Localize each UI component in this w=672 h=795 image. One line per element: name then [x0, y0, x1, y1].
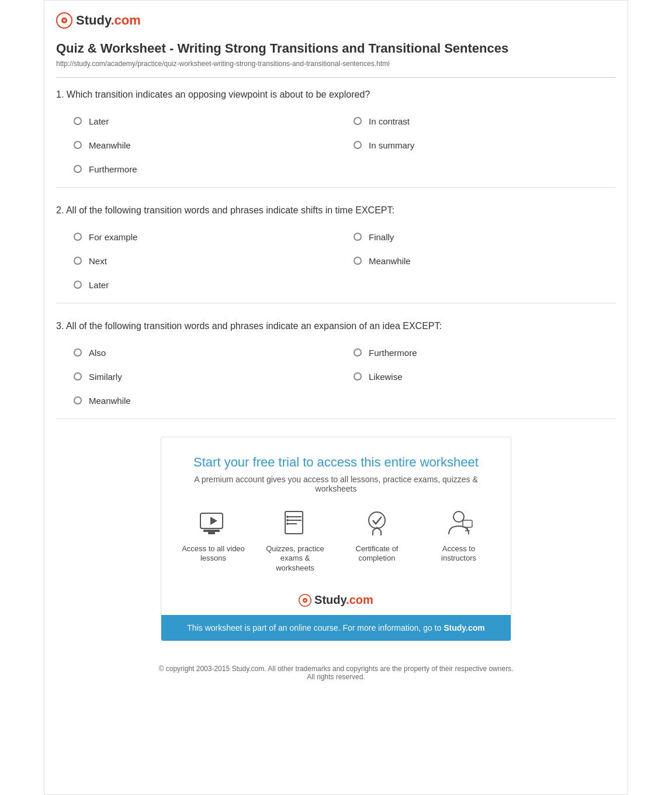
- video-lessons-icon: [196, 507, 231, 540]
- promo-cta: This worksheet is part of an online cour…: [161, 615, 511, 641]
- question-3-options: AlsoFurthermoreSimilarlyLikewiseMeanwhil…: [56, 341, 616, 413]
- svg-point-19: [453, 511, 464, 522]
- question-2-option-4[interactable]: Meanwhile: [336, 249, 616, 273]
- svg-marker-6: [210, 517, 217, 525]
- feature-instructors: Access to instructors: [427, 507, 491, 574]
- question-1-option-4[interactable]: In summary: [336, 133, 616, 157]
- footer: © copyright 2003-2015 Study.com. All oth…: [56, 659, 616, 687]
- feature-certificate: Certificate of completion: [345, 507, 409, 574]
- option-label-2-1: For example: [89, 232, 137, 242]
- svg-rect-5: [208, 532, 215, 534]
- promo-box: Start your free trial to access this ent…: [161, 437, 511, 642]
- radio-2-2: [354, 233, 362, 241]
- page-title: Quiz & Worksheet - Writing Strong Transi…: [56, 40, 616, 57]
- question-3: 3. All of the following transition words…: [56, 321, 616, 419]
- question-2-option-2[interactable]: Finally: [336, 225, 616, 249]
- question-3-option-4[interactable]: Likewise: [336, 365, 616, 389]
- question-2-option-1[interactable]: For example: [56, 225, 336, 249]
- svg-point-25: [304, 599, 306, 601]
- promo-cta-link: Study.com: [444, 623, 485, 632]
- logo-area: Study.com: [56, 12, 616, 29]
- question-1-option-1[interactable]: Later: [56, 109, 336, 133]
- instructors-label: Access to instructors: [427, 544, 491, 564]
- option-label-3-5: Meanwhile: [89, 396, 131, 406]
- option-label-1-2: In contrast: [369, 116, 410, 126]
- radio-3-2: [354, 348, 362, 357]
- option-label-3-2: Furthermore: [369, 348, 417, 358]
- title-divider: [56, 77, 616, 78]
- question-3-option-3[interactable]: Similarly: [56, 365, 336, 389]
- question-1-option-2[interactable]: In contrast: [336, 109, 616, 133]
- radio-3-5: [74, 396, 82, 405]
- promo-title: Start your free trial to access this ent…: [173, 455, 499, 470]
- instructors-icon: [441, 507, 476, 540]
- question-3-divider: [56, 419, 616, 419]
- question-1: 1. Which transition indicates an opposin…: [56, 89, 616, 188]
- svg-rect-7: [285, 511, 303, 534]
- option-label-1-3: Meanwhile: [89, 140, 131, 150]
- svg-rect-4: [203, 530, 220, 532]
- page-url: http://study.com/academy/practice/quiz-w…: [56, 60, 616, 68]
- question-1-option-3[interactable]: Meanwhile: [56, 133, 336, 157]
- question-2-option-5[interactable]: Later: [56, 273, 336, 297]
- option-label-2-5: Later: [89, 280, 109, 290]
- option-label-3-4: Likewise: [369, 372, 403, 382]
- question-3-option-2[interactable]: Furthermore: [336, 341, 616, 365]
- footer-copyright: © copyright 2003-2015 Study.com. All oth…: [56, 665, 616, 673]
- radio-3-4: [354, 372, 362, 381]
- option-label-2-3: Next: [89, 256, 107, 266]
- radio-3-1: [74, 348, 82, 357]
- option-label-1-1: Later: [89, 116, 109, 126]
- page-wrapper: Study.com Quiz & Worksheet - Writing Str…: [44, 0, 628, 795]
- quizzes-icon: [278, 507, 313, 540]
- certificate-icon: [359, 507, 394, 540]
- question-1-divider: [56, 187, 616, 188]
- quizzes-label: Quizzes, practice exams & worksheets: [263, 544, 327, 574]
- question-1-option-5[interactable]: Furthermore: [56, 157, 336, 181]
- promo-logo-area: Study.com: [173, 585, 499, 615]
- question-2-option-3[interactable]: Next: [56, 249, 336, 273]
- svg-point-2: [63, 19, 65, 22]
- logo-text: Study.com: [76, 13, 141, 28]
- promo-logo-icon: [299, 594, 311, 607]
- question-1-options: LaterIn contrastMeanwhileIn summaryFurth…: [56, 109, 616, 181]
- radio-2-3: [74, 257, 82, 265]
- svg-rect-20: [463, 520, 472, 527]
- video-lessons-label: Access to all video lessons: [181, 544, 245, 564]
- certificate-label: Certificate of completion: [345, 544, 409, 564]
- radio-2-5: [74, 281, 82, 289]
- option-label-2-2: Finally: [369, 232, 394, 242]
- radio-1-4: [354, 141, 362, 149]
- option-label-1-5: Furthermore: [89, 164, 137, 174]
- question-3-text: 3. All of the following transition words…: [56, 321, 616, 331]
- svg-point-11: [286, 516, 289, 518]
- questions-container: 1. Which transition indicates an opposin…: [56, 89, 616, 419]
- question-1-text: 1. Which transition indicates an opposin…: [56, 89, 616, 100]
- radio-1-1: [74, 117, 82, 125]
- svg-point-13: [286, 523, 289, 525]
- promo-logo-text: Study.com: [314, 593, 373, 607]
- question-2-divider: [56, 303, 616, 303]
- question-3-option-1[interactable]: Also: [56, 341, 336, 365]
- option-label-3-1: Also: [89, 348, 106, 358]
- promo-features: Access to all video lessons Quizzes, pra…: [173, 507, 499, 574]
- radio-1-2: [354, 117, 362, 125]
- promo-cta-text: This worksheet is part of an online cour…: [187, 623, 444, 632]
- radio-2-4: [354, 257, 362, 265]
- study-logo-icon: [56, 12, 72, 29]
- radio-1-3: [74, 141, 82, 149]
- question-2-text: 2. All of the following transition words…: [56, 205, 616, 216]
- question-3-option-5[interactable]: Meanwhile: [56, 389, 336, 413]
- option-label-1-4: In summary: [369, 140, 414, 150]
- question-2-options: For exampleFinallyNextMeanwhileLater: [56, 225, 616, 297]
- question-2: 2. All of the following transition words…: [56, 205, 616, 303]
- feature-quizzes: Quizzes, practice exams & worksheets: [263, 507, 327, 574]
- radio-3-3: [74, 372, 82, 381]
- promo-subtitle: A premium account gives you access to al…: [173, 475, 499, 493]
- radio-2-1: [74, 233, 82, 241]
- feature-video: Access to all video lessons: [181, 507, 245, 574]
- option-label-2-4: Meanwhile: [369, 256, 411, 266]
- option-label-3-3: Similarly: [89, 372, 122, 382]
- svg-point-14: [369, 512, 385, 528]
- radio-1-5: [74, 165, 82, 173]
